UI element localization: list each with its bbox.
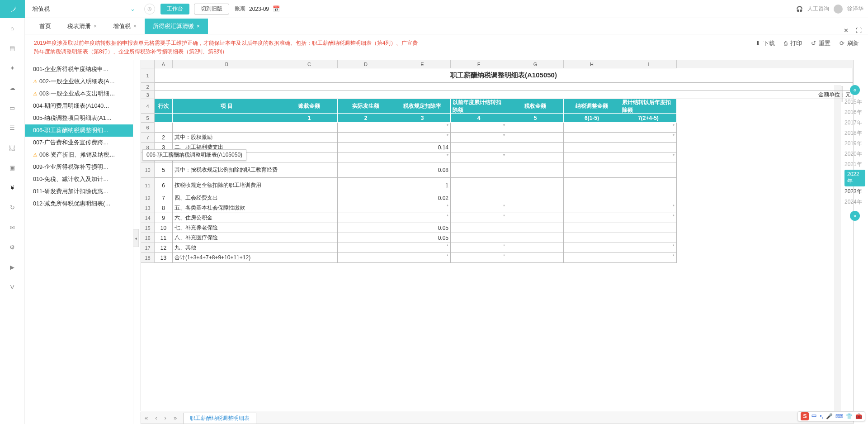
cell[interactable] (338, 233, 394, 243)
year-option[interactable]: 2015年 (844, 97, 865, 107)
col-header[interactable]: A (155, 60, 173, 68)
cell[interactable]: 2 (155, 133, 173, 143)
tree-item[interactable]: 010-免税、减计收入及加计… (25, 173, 133, 186)
cell[interactable]: * (451, 243, 507, 253)
tree-item[interactable]: ⚠002-一般企业收入明细表(A… (25, 76, 133, 88)
row-header[interactable]: 10 (141, 162, 155, 178)
cell[interactable] (281, 162, 338, 178)
cell[interactable]: 其中：按税收规定比例扣除的职工教育经费 (173, 162, 281, 178)
cell[interactable] (338, 133, 394, 143)
ime-toolbox-icon[interactable]: 🧰 (855, 413, 862, 419)
year-option[interactable]: 2017年 (844, 118, 865, 128)
cell[interactable] (620, 162, 677, 178)
cell[interactable]: * (451, 123, 507, 133)
rail-play-icon[interactable]: ▶ (7, 262, 18, 272)
cell[interactable]: * (620, 203, 677, 213)
cell[interactable]: 0.02 (394, 193, 451, 203)
sheet-nav-next[interactable]: › (161, 414, 170, 421)
cell[interactable] (564, 213, 620, 223)
col-header[interactable]: I (620, 60, 677, 68)
cell[interactable] (564, 133, 620, 143)
cell[interactable]: 12 (155, 243, 173, 253)
sheet-tab[interactable]: 职工薪酬纳税调整明细表 (183, 413, 256, 424)
cell[interactable] (564, 203, 620, 213)
cell[interactable]: 0.05 (394, 233, 451, 243)
cell[interactable]: * (620, 123, 677, 133)
cell[interactable] (338, 123, 394, 133)
tax-type-dropdown[interactable]: 增值税 ⌄ (29, 5, 138, 13)
cell[interactable] (281, 233, 338, 243)
close-icon[interactable]: × (133, 23, 137, 29)
row-header[interactable]: 1 (141, 68, 155, 83)
cell[interactable] (338, 162, 394, 178)
collapse-handle[interactable]: ◂ (133, 229, 139, 247)
cell[interactable]: 五、各类基本社会保障性缴款 (173, 203, 281, 213)
cell[interactable]: 10 (155, 223, 173, 233)
cell[interactable] (451, 143, 507, 152)
cell[interactable]: * (451, 213, 507, 223)
cell[interactable]: 13 (155, 253, 173, 263)
row-header[interactable]: 3 (141, 91, 155, 99)
ime-mic-icon[interactable]: 🎤 (826, 413, 833, 419)
select-all-corner[interactable] (141, 60, 155, 68)
cell[interactable] (564, 123, 620, 133)
cell[interactable] (507, 233, 564, 243)
close-icon[interactable]: × (197, 23, 200, 29)
cell[interactable] (507, 133, 564, 143)
sheet-nav-last[interactable]: » (170, 414, 180, 421)
cell[interactable] (564, 152, 620, 162)
cell[interactable] (620, 178, 677, 193)
tree-item[interactable]: 006-职工薪酬纳税调整明细… (25, 124, 133, 137)
cell[interactable]: * (620, 213, 677, 223)
cell[interactable] (281, 152, 338, 162)
cell[interactable] (451, 223, 507, 233)
cell[interactable]: * (620, 253, 677, 263)
cell[interactable] (564, 253, 620, 263)
cell[interactable] (564, 243, 620, 253)
col-header[interactable]: E (394, 60, 451, 68)
tab-首页[interactable]: 首页 (31, 19, 59, 34)
cell[interactable] (338, 143, 394, 152)
cell[interactable] (338, 243, 394, 253)
ime-skin-icon[interactable]: 👕 (846, 413, 853, 419)
cell[interactable] (451, 178, 507, 193)
cell[interactable] (281, 123, 338, 133)
avatar[interactable] (834, 5, 843, 14)
rail-doc-icon[interactable]: ▤ (7, 43, 18, 53)
cell[interactable]: 11 (155, 233, 173, 243)
workspace-button[interactable]: 工作台 (160, 4, 189, 14)
year-scroll-up[interactable]: « (850, 85, 860, 95)
download-button[interactable]: ⬇下载 (755, 39, 775, 48)
reset-button[interactable]: ↺重置 (811, 39, 830, 48)
print-button[interactable]: ⎙打印 (784, 39, 802, 48)
cell[interactable] (155, 83, 853, 91)
cell[interactable] (338, 178, 394, 193)
cell[interactable] (507, 123, 564, 133)
cell[interactable] (564, 178, 620, 193)
sheet-nav-first[interactable]: « (141, 414, 151, 421)
rail-template-icon[interactable]: ⿴ (7, 142, 18, 153)
cell[interactable] (620, 223, 677, 233)
year-option[interactable]: 2024年 (844, 197, 865, 207)
cell[interactable]: 七、补充养老保险 (173, 223, 281, 233)
cell[interactable] (281, 253, 338, 263)
cell[interactable]: 按税收规定全额扣除的职工培训费用 (173, 178, 281, 193)
year-option[interactable]: 2020年 (844, 149, 865, 159)
row-header[interactable]: 4 (141, 99, 155, 114)
rail-gear-icon[interactable]: ⚙ (7, 242, 18, 252)
tree-item[interactable]: 007-广告费和业务宣传费跨… (25, 137, 133, 149)
cell[interactable]: * (620, 243, 677, 253)
cell[interactable]: * (620, 152, 677, 162)
tab-所得税汇算清缴[interactable]: 所得税汇算清缴× (145, 19, 208, 34)
cell[interactable]: * (394, 133, 451, 143)
cell[interactable]: 6 (155, 178, 173, 193)
rail-home-icon[interactable]: ⌂ (7, 23, 18, 33)
ime-keyboard-icon[interactable]: ⌨ (835, 413, 843, 419)
ime-punct-icon[interactable]: •, (820, 413, 823, 419)
row-header[interactable]: 11 (141, 178, 155, 193)
cell[interactable] (564, 162, 620, 178)
tab-税表清册[interactable]: 税表清册× (59, 19, 105, 34)
row-header[interactable]: 15 (141, 223, 155, 233)
cell[interactable] (155, 123, 173, 133)
col-header[interactable]: C (281, 60, 338, 68)
